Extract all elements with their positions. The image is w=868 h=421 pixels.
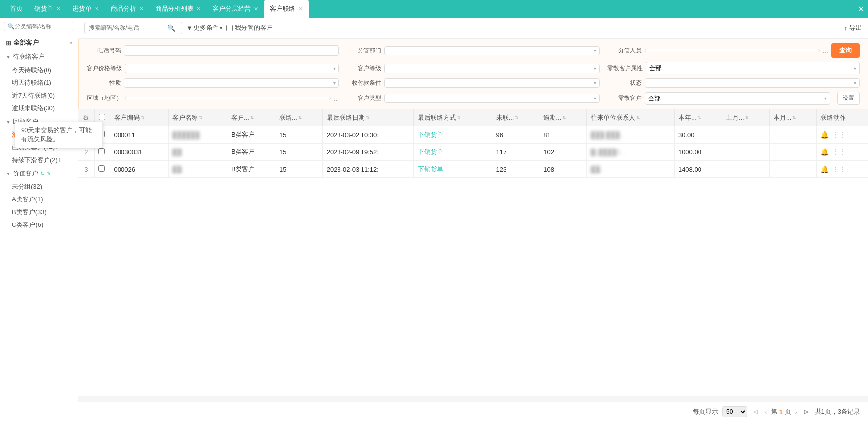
contact-method-link[interactable]: 下销货单 — [418, 165, 443, 173]
action-contact-icon[interactable]: 🔔 — [820, 165, 829, 173]
refresh-icon[interactable]: ↻ — [40, 171, 45, 177]
nature-select[interactable]: ▾ — [124, 78, 339, 88]
sidebar-search-box[interactable]: 🔍 — [4, 22, 74, 31]
th-code[interactable]: 客户编码 ⇅ — [110, 109, 169, 126]
more-conditions-btn[interactable]: ▼ 更多条件 ▾ — [186, 24, 222, 32]
query-button[interactable]: 查询 — [831, 43, 860, 58]
sidebar-item-overdue[interactable]: 逾期未联络(30) — [0, 102, 78, 115]
filter-customer-type: 客户类型 ▾ — [347, 92, 599, 105]
region-dots[interactable]: ... — [334, 95, 339, 102]
my-customers-checkbox[interactable] — [226, 25, 233, 31]
customer-type-select[interactable]: ▾ — [384, 94, 599, 103]
th-last-contact-date[interactable]: 最后联络日期 ⇅ — [322, 109, 414, 126]
th-not-contacted[interactable]: 未联... ⇅ — [492, 109, 539, 126]
sidebar-item-declining[interactable]: 持续下滑客户(2) ℹ — [0, 154, 78, 167]
phone-input[interactable] — [124, 45, 339, 56]
row-code: 000026 — [110, 161, 169, 178]
sidebar-group-pending-title[interactable]: ▼ 待联络客户 — [0, 50, 78, 64]
contact-method-link[interactable]: 下销货单 — [418, 131, 443, 138]
customer-tier-select[interactable]: ▾ — [384, 64, 599, 73]
action-contact-icon[interactable]: 🔔 — [820, 148, 829, 156]
close-analysis-icon[interactable]: ✕ — [139, 6, 144, 12]
sidebar-item-tomorrow[interactable]: 明天待联络(1) — [0, 76, 78, 89]
close-customer-contact-icon[interactable]: ✕ — [298, 6, 303, 12]
sidebar-item-ungroup[interactable]: 未分组(32) — [0, 180, 78, 193]
region-input[interactable] — [125, 97, 331, 100]
nav-home[interactable]: 首页 — [4, 0, 28, 18]
person-input-area[interactable] — [645, 49, 820, 52]
zero-attr-select[interactable]: 全部 ▾ — [646, 62, 860, 74]
th-unit-contact[interactable]: 往来单位联系人 ⇅ — [587, 109, 675, 126]
search-submit-icon[interactable]: 🔍 — [167, 24, 175, 32]
payment-select[interactable]: ▾ — [384, 78, 599, 88]
export-icon: ↑ — [844, 25, 848, 32]
nav-customer-tier[interactable]: 客户分层经营 ✕ — [207, 0, 264, 18]
status-select[interactable]: ▾ — [645, 78, 860, 88]
row-contacts: 15 — [275, 144, 322, 161]
row-last-contact-date: 2023-02-03 11:12: — [322, 161, 414, 178]
row-last-contact-method[interactable]: 下销货单 — [414, 161, 492, 178]
close-all-icon[interactable]: ✕ — [858, 4, 864, 14]
sidebar-search-input[interactable] — [15, 23, 78, 30]
page-size-select[interactable]: 50 20 100 — [722, 406, 747, 417]
sort-unit-icon: ⇅ — [636, 115, 640, 120]
th-name[interactable]: 客户名称 ⇅ — [169, 109, 227, 126]
th-overdue[interactable]: 逾期... ⇅ — [539, 109, 587, 126]
search-box[interactable]: 🔍 — [84, 22, 182, 34]
row-last-contact-method[interactable]: 下销货单 — [414, 126, 492, 144]
row-checkbox[interactable] — [98, 148, 105, 154]
sidebar-item-a-class[interactable]: A类客户(1) — [0, 193, 78, 206]
horizontal-scrollbar[interactable] — [78, 396, 868, 402]
row-not-contacted: 96 — [492, 126, 539, 144]
row-this-month — [769, 126, 817, 144]
select-all-checkbox[interactable] — [99, 114, 105, 120]
close-sales-icon[interactable]: ✕ — [56, 6, 61, 12]
row-checkbox[interactable] — [98, 165, 105, 172]
gear-icon[interactable]: ⚙ — [83, 114, 89, 122]
th-this-year[interactable]: 本年... ⇅ — [674, 109, 722, 126]
row-this-month — [769, 144, 817, 161]
action-more-icon[interactable]: ⋮⋮ — [832, 148, 845, 156]
close-purchase-icon[interactable]: ✕ — [95, 6, 99, 12]
sidebar-group-valued-title[interactable]: ▼ 价值客户 ↻ ✎ — [0, 167, 78, 180]
sidebar-all-customers[interactable]: ⊞ 全部客户 « — [0, 35, 78, 50]
close-customer-tier-icon[interactable]: ✕ — [254, 6, 258, 12]
person-dots[interactable]: ... — [822, 47, 828, 54]
close-analysis-table-icon[interactable]: ✕ — [196, 6, 201, 12]
nav-analysis-table[interactable]: 商品分析列表 ✕ — [149, 0, 207, 18]
export-btn[interactable]: ↑ 导出 — [844, 24, 863, 32]
dept-select[interactable]: ▾ — [384, 46, 599, 55]
nav-analysis[interactable]: 商品分析 ✕ — [105, 0, 149, 18]
next-page-btn[interactable]: › — [793, 407, 799, 417]
th-contacts[interactable]: 联络... ⇅ — [275, 109, 322, 126]
th-last-month[interactable]: 上月... ⇅ — [722, 109, 769, 126]
my-customers-checkbox-label[interactable]: 我分管的客户 — [226, 24, 273, 32]
first-page-btn[interactable]: ⊲ — [751, 407, 761, 417]
sidebar-item-c-class[interactable]: C类客户(6) — [0, 219, 78, 231]
action-contact-icon[interactable]: 🔔 — [820, 131, 829, 139]
prev-page-btn[interactable]: ‹ — [763, 407, 769, 417]
row-last-contact-method[interactable]: 下销货单 — [414, 144, 492, 161]
sidebar-collapse-icon[interactable]: « — [69, 40, 72, 46]
nav-sales[interactable]: 销货单 ✕ — [28, 0, 67, 18]
search-input[interactable] — [89, 25, 167, 31]
edit-icon[interactable]: ✎ — [47, 171, 51, 177]
action-more-icon[interactable]: ⋮⋮ — [832, 165, 845, 173]
sidebar-item-today[interactable]: 今天待联络(0) — [0, 64, 78, 76]
last-page-btn[interactable]: ⊳ — [801, 407, 811, 417]
action-more-icon[interactable]: ⋮⋮ — [832, 131, 845, 139]
sort-contacts-icon: ⇅ — [298, 115, 302, 120]
nav-purchase[interactable]: 进货单 ✕ — [67, 0, 105, 18]
settings-button[interactable]: 设置 — [837, 92, 860, 105]
th-tier[interactable]: 客户... ⇅ — [227, 109, 275, 126]
nav-customer-contact[interactable]: 客户联络 ✕ — [264, 0, 309, 18]
th-this-month[interactable]: 本月... ⇅ — [769, 109, 817, 126]
contact-method-link[interactable]: 下销货单 — [418, 148, 443, 155]
price-tier-select[interactable]: ▾ — [125, 64, 339, 73]
sidebar-item-7days[interactable]: 近7天待联络(0) — [0, 89, 78, 102]
th-last-contact-method[interactable]: 最后联络方式 ⇅ — [414, 109, 492, 126]
sidebar-item-b-class[interactable]: B类客户(33) — [0, 206, 78, 219]
row-checkbox-cell[interactable] — [94, 161, 110, 178]
top-nav: 首页 销货单 ✕ 进货单 ✕ 商品分析 ✕ 商品分析列表 ✕ 客户分层经营 ✕ … — [0, 0, 868, 18]
zero-customer-select[interactable]: 全部 ▾ — [645, 92, 830, 105]
